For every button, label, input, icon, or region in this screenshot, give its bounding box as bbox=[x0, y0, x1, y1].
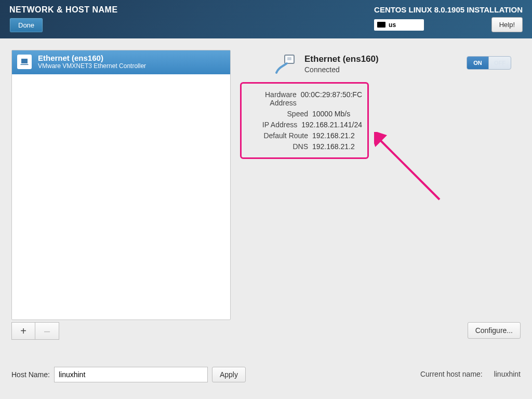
hw-value: 00:0C:29:87:50:FC bbox=[301, 90, 362, 107]
toggle-off-label: OFF bbox=[489, 57, 511, 69]
interface-list-item[interactable]: Ethernet (ens160) VMware VMXNET3 Etherne… bbox=[12, 50, 230, 74]
install-title: CENTOS LINUX 8.0.1905 INSTALLATION bbox=[374, 5, 523, 14]
dns-value: 192.168.21.2 bbox=[312, 142, 362, 151]
header: NETWORK & HOST NAME Done CENTOS LINUX 8.… bbox=[0, 0, 532, 38]
annotation-arrow-icon bbox=[374, 132, 447, 205]
keyboard-layout-indicator[interactable]: us bbox=[374, 19, 424, 31]
configure-button[interactable]: Configure... bbox=[468, 322, 521, 339]
speed-label: Speed bbox=[247, 110, 312, 118]
done-button[interactable]: Done bbox=[9, 18, 43, 33]
selected-interface-status: Connected bbox=[304, 65, 379, 74]
remove-interface-button[interactable]: – bbox=[35, 322, 59, 340]
hostname-label: Host Name: bbox=[11, 370, 50, 379]
page-title: NETWORK & HOST NAME bbox=[9, 5, 118, 15]
interface-name: Ethernet (ens160) bbox=[38, 54, 225, 62]
apply-button[interactable]: Apply bbox=[212, 367, 246, 382]
toggle-on-label: ON bbox=[467, 57, 489, 69]
hw-label: Hardware Address bbox=[247, 90, 301, 107]
help-button[interactable]: Help! bbox=[491, 17, 523, 32]
ethernet-icon bbox=[17, 55, 32, 69]
add-interface-button[interactable]: + bbox=[11, 322, 35, 340]
route-label: Default Route bbox=[247, 131, 312, 140]
svg-rect-1 bbox=[287, 57, 291, 60]
ethernet-cable-icon bbox=[274, 54, 296, 75]
interface-list: Ethernet (ens160) VMware VMXNET3 Etherne… bbox=[11, 50, 231, 320]
annotation-highlight-box: Hardware Address 00:0C:29:87:50:FC Speed… bbox=[240, 82, 369, 159]
current-hostname-value: linuxhint bbox=[494, 370, 521, 378]
interface-toggle[interactable]: ON OFF bbox=[467, 56, 511, 70]
ip-value: 192.168.21.141/24 bbox=[301, 121, 362, 129]
route-value: 192.168.21.2 bbox=[312, 131, 362, 140]
content: Ethernet (ens160) VMware VMXNET3 Etherne… bbox=[0, 38, 532, 399]
dns-label: DNS bbox=[247, 142, 312, 151]
selected-interface-title: Ethernet (ens160) bbox=[304, 54, 379, 64]
svg-line-2 bbox=[378, 138, 440, 200]
interface-subtitle: VMware VMXNET3 Ethernet Controller bbox=[38, 62, 225, 70]
ip-label: IP Address bbox=[247, 121, 301, 129]
hostname-row: Host Name: Apply bbox=[11, 367, 246, 382]
hostname-input[interactable] bbox=[54, 367, 208, 382]
current-hostname: Current host name: linuxhint bbox=[420, 370, 521, 378]
speed-value: 10000 Mb/s bbox=[312, 110, 362, 118]
current-hostname-label: Current host name: bbox=[420, 370, 483, 378]
